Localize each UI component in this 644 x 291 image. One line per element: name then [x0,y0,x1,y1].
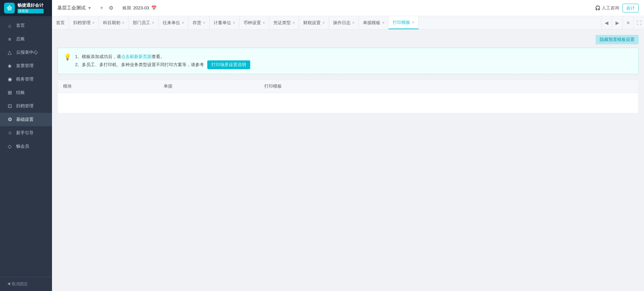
tab-print_template[interactable]: 打印模板× [389,16,419,29]
topbar-actions: ＋ ⚙ [97,3,116,13]
tab-label: 归档管理 [73,20,91,26]
tab-subject_init[interactable]: 科目期初× [99,16,129,29]
content-area: 隐藏预置模板设置 💡 1、模板添加成功后，请点击刷新新页面查看。 2、多员工、多… [52,30,644,291]
support-button[interactable]: 🎧 人工咨询 [595,5,619,11]
calendar-icon[interactable]: 📅 [151,5,157,10]
period-value: 2023-03 [133,5,149,10]
sidebar-item-label: 新手引导 [16,130,34,136]
sidebar-footer[interactable]: ◀ 取消固定 [0,277,52,291]
settle-icon: ⊞ [7,90,13,96]
sidebar-item-reports[interactable]: △ 云报表中心 [0,46,52,59]
data-table: 模块 单据 打印模板 [57,80,639,113]
tab-operation_log[interactable]: 操作日志× [329,16,359,29]
logo-text: 畅捷通好会计 体验版 [17,3,44,13]
sidebar-nav: ⌂ 首页 ≡ 总账 △ 云报表中心 ◈ 发票管理 ◉ 税务管理 ⊞ 结账 ⊡ 归… [0,16,52,277]
tabbar: 首页归档管理×科目期初×部门员工×往来单位×存货×计量单位×币种设置×凭证类型×… [52,16,644,30]
sidebar-item-home[interactable]: ⌂ 首页 [0,19,52,32]
refresh-link[interactable]: 点击刷新新页面 [121,54,152,59]
sidebar-item-label: 云报表中心 [16,49,38,55]
member-icon: ◇ [7,143,13,149]
tab-tax_settings[interactable]: 财税设置× [299,16,329,29]
tab-close-icon[interactable]: × [233,21,235,25]
notice-line1-suffix: 查看。 [152,54,165,59]
tab-label: 计量单位 [214,20,231,26]
tab-bill_template[interactable]: 单据模板× [359,16,389,29]
sidebar-item-archive[interactable]: ⊡ 归档管理 [0,99,52,113]
sidebar-item-ledger[interactable]: ≡ 总账 [0,32,52,46]
close-tab-button[interactable]: ✕ [623,16,633,30]
tab-currency[interactable]: 币种设置× [239,16,269,29]
sidebar-item-invoice[interactable]: ◈ 发票管理 [0,59,52,72]
print-scene-button[interactable]: 打印场景设置说明 [207,60,250,69]
tab-next-button[interactable]: ▶ [612,16,623,30]
tab-unit[interactable]: 计量单位× [210,16,239,29]
tab-label: 币种设置 [244,20,261,26]
company-name: 基层工会测试 [57,5,86,11]
home-icon: ⌂ [7,22,13,29]
headphone-icon: 🎧 [595,5,600,10]
tab-supplier[interactable]: 往来单位× [159,16,189,29]
hide-preview-button[interactable]: 隐藏预置模板设置 [596,35,639,44]
sidebar-item-member[interactable]: ◇ 畅会员 [0,140,52,153]
tax-icon: ◉ [7,76,13,82]
tab-inventory[interactable]: 存货× [189,16,210,29]
logo-subtitle: 体验版 [17,9,44,13]
add-tab-button[interactable]: ＋ [97,3,106,13]
account-button[interactable]: 会计 [623,4,639,12]
sidebar-item-settings[interactable]: ⚙ 基础设置 [0,113,52,126]
sidebar-item-tax[interactable]: ◉ 税务管理 [0,72,52,86]
tab-label: 往来单位 [163,20,180,26]
tab-close-icon[interactable]: × [263,21,265,25]
tab-home[interactable]: 首页 [52,16,69,29]
tab-close-icon[interactable]: × [382,21,384,25]
maximize-button[interactable]: ⛶ [633,16,644,30]
tab-close-icon[interactable]: × [122,21,124,25]
guide-icon: ☆ [7,130,13,136]
tab-label: 科目期初 [103,20,120,26]
company-selector[interactable]: 基层工会测试 ▼ [57,5,92,11]
tab-close-icon[interactable]: × [352,21,355,25]
sidebar: 会 畅捷通好会计 体验版 ⌂ 首页 ≡ 总账 △ 云报表中心 ◈ 发票管理 ◉ … [0,0,52,291]
ledger-icon: ≡ [7,36,13,42]
archive-icon: ⊡ [7,103,13,109]
sidebar-item-settle[interactable]: ⊞ 结账 [0,86,52,99]
topbar-right: 🎧 人工咨询 会计 [595,4,639,12]
tab-label: 部门员工 [133,20,150,26]
tab-close-icon[interactable]: × [152,21,154,25]
logo-icon: 会 [4,3,15,13]
period-info: 账期 2023-03 📅 [122,5,157,11]
tab-close-icon[interactable]: × [412,20,414,25]
tab-close-icon[interactable]: × [292,21,295,25]
tab-dept_employee[interactable]: 部门员工× [129,16,159,29]
sidebar-item-label: 畅会员 [16,143,29,149]
settings-icon[interactable]: ⚙ [106,3,116,13]
col-bill-header: 单据 [158,80,259,93]
tab-voucher_type[interactable]: 凭证类型× [269,16,299,29]
invoice-icon: ◈ [7,63,13,69]
bulb-icon: 💡 [64,53,71,61]
tab-actions: ◀ ▶ ✕ ⛶ [601,16,644,29]
sidebar-item-label: 基础设置 [16,116,34,123]
tab-close-icon[interactable]: × [92,21,95,25]
sidebar-item-label: 发票管理 [16,63,34,69]
notice-line1-prefix: 1、模板添加成功后，请 [75,54,121,59]
tab-label: 首页 [56,20,65,26]
hide-preview-section: 隐藏预置模板设置 [57,35,639,44]
sidebar-item-guide[interactable]: ☆ 新手引导 [0,126,52,140]
notice-line2: 2、多员工、多打印机、多种业务类型设置不同打印方案等，请参考 打印场景设置说明 [75,60,250,69]
unpin-label: ◀ 取消固定 [7,281,28,287]
table-body [58,93,638,113]
notice-box: 💡 1、模板添加成功后，请点击刷新新页面查看。 2、多员工、多打印机、多种业务类… [57,48,639,74]
tab-close-icon[interactable]: × [203,21,205,25]
main-area: 基层工会测试 ▼ ＋ ⚙ 账期 2023-03 📅 🎧 人工咨询 会计 首页归档… [52,0,644,291]
tab-archive_mgmt[interactable]: 归档管理× [69,16,99,29]
reports-icon: △ [7,49,13,55]
sidebar-item-label: 归档管理 [16,103,34,109]
tab-close-icon[interactable]: × [322,21,325,25]
support-label: 人工咨询 [602,5,619,11]
tab-label: 操作日志 [333,20,351,26]
tab-close-icon[interactable]: × [182,21,184,25]
tab-prev-button[interactable]: ◀ [601,16,612,30]
tab-label: 财税设置 [303,20,321,26]
tab-label: 单据模板 [363,20,380,26]
